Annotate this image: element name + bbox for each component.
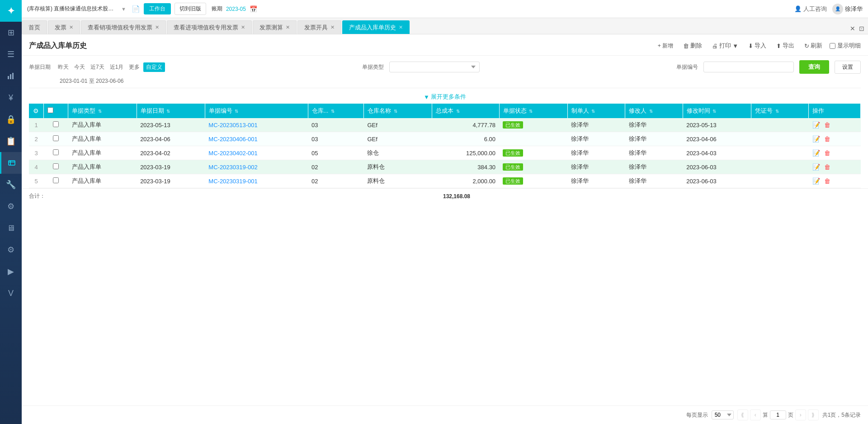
workbench-button[interactable]: 工作台 [144, 3, 171, 14]
query-button[interactable]: 查询 [799, 60, 829, 74]
last-page-btn[interactable]: ⟫ [808, 410, 819, 420]
sidebar-item-config[interactable]: ⚙ [0, 239, 22, 261]
page-input[interactable] [770, 410, 786, 419]
th-voucher[interactable]: 凭证号 ⇅ [751, 104, 808, 118]
tab-product-receipt-history[interactable]: 产成品入库单历史 ✕ [342, 20, 410, 34]
tab-invoice-calc-close[interactable]: ✕ [286, 24, 290, 30]
tab-query-purchase-special[interactable]: 查看进项增值税专用发票 ✕ [167, 20, 252, 34]
page-actions: + 新增 🗑 删除 🖨 打印 ▼ ⬇ 导入 ⬆ 导出 [655, 40, 861, 52]
sidebar-item-inventory[interactable] [0, 152, 22, 174]
row-delete-icon[interactable]: 🗑 [824, 177, 830, 185]
service-button[interactable]: 👤 人工咨询 [794, 5, 827, 13]
th-modify-time[interactable]: 修改时间 ⇅ [683, 104, 751, 118]
row-type: 产品入库单 [68, 174, 137, 188]
tabbar: 首页 发票 ✕ 查看销项增值税专用发票 ✕ 查看进项增值税专用发票 ✕ 发票测算… [22, 18, 868, 34]
show-detail-checkbox[interactable] [830, 43, 835, 49]
th-modifier[interactable]: 修改人 ⇅ [625, 104, 683, 118]
row-checkbox[interactable] [53, 149, 59, 155]
row-edit-icon[interactable]: 📝 [812, 149, 820, 157]
row-number-link[interactable]: MC-20230513-001 [208, 122, 257, 129]
row-edit-icon[interactable]: 📝 [812, 177, 820, 185]
tab-invoice-calc[interactable]: 发票测算 ✕ [253, 20, 297, 34]
sidebar-item-finance[interactable]: ¥ [0, 87, 22, 109]
shortcut-7days[interactable]: 近7天 [89, 62, 106, 72]
export-button[interactable]: ⬆ 导出 [774, 40, 797, 52]
print-button[interactable]: 🖨 打印 ▼ [709, 40, 741, 52]
th-warehouse-name[interactable]: 仓库名称 ⇅ [363, 104, 432, 118]
sidebar-item-dashboard[interactable]: ⊞ [0, 22, 22, 43]
table-wrap: ⚙ 单据类型 ⇅ 单据日期 ⇅ 单据编号 ⇅ 仓库... ⇅ 仓库名称 ⇅ 总成… [22, 104, 868, 188]
tab-invoice-open-close[interactable]: ✕ [330, 24, 335, 30]
sidebar-item-tools[interactable]: 🔧 [0, 174, 22, 195]
row-number-link[interactable]: MC-20230406-001 [208, 136, 257, 143]
row-checkbox[interactable] [53, 121, 59, 127]
status-badge: 已生效 [503, 121, 523, 129]
sidebar-item-play[interactable]: ▶ [0, 261, 22, 282]
tab-invoice[interactable]: 发票 ✕ [48, 20, 80, 34]
tab-product-receipt-close[interactable]: ✕ [399, 24, 403, 30]
first-page-btn[interactable]: ⟪ [737, 410, 748, 420]
page-size-select[interactable]: 20 50 100 [712, 410, 734, 419]
th-creator[interactable]: 制单人 ⇅ [567, 104, 625, 118]
th-number[interactable]: 单据编号 ⇅ [205, 104, 308, 118]
sidebar-item-version[interactable]: V [0, 282, 22, 304]
shortcut-today[interactable]: 今天 [72, 62, 87, 72]
th-status[interactable]: 单据状态 ⇅ [499, 104, 567, 118]
shortcut-yesterday[interactable]: 昨天 [56, 62, 71, 72]
shortcut-1month[interactable]: 近1月 [108, 62, 126, 72]
back-old-button[interactable]: 切到旧版 [175, 3, 206, 15]
row-number-link[interactable]: MC-20230319-001 [208, 178, 257, 185]
row-edit-icon[interactable]: 📝 [812, 121, 820, 129]
sidebar-item-security[interactable]: 🔒 [0, 109, 22, 130]
expand-button[interactable]: ▼ 展开更多条件 [424, 93, 466, 101]
new-button[interactable]: + 新增 [655, 40, 676, 52]
th-type[interactable]: 单据类型 ⇅ [68, 104, 137, 118]
row-edit-icon[interactable]: 📝 [812, 135, 820, 143]
row-delete-icon[interactable]: 🗑 [824, 135, 830, 143]
tab-invoice-close[interactable]: ✕ [69, 24, 73, 30]
tab-maximize-btn[interactable]: ⊡ [859, 25, 864, 32]
sidebar-item-reports[interactable]: 📋 [0, 130, 22, 152]
sidebar-item-analytics[interactable] [0, 65, 22, 87]
select-all-checkbox[interactable] [47, 107, 53, 113]
th-total-cost[interactable]: 总成本 ⇅ [432, 104, 499, 118]
show-detail-label: 显示明细 [830, 42, 861, 50]
column-settings-icon[interactable]: ⚙ [33, 107, 39, 114]
shortcut-custom[interactable]: 自定义 [143, 62, 165, 72]
th-warehouse-code[interactable]: 仓库... ⇅ [308, 104, 363, 118]
row-checkbox[interactable] [53, 177, 59, 183]
tab-home[interactable]: 首页 [22, 20, 47, 34]
row-number-link[interactable]: MC-20230402-001 [208, 150, 257, 157]
calendar-icon[interactable]: 📅 [250, 5, 257, 13]
tab-query-sales-special[interactable]: 查看销项增值税专用发票 ✕ [81, 20, 166, 34]
shortcut-more[interactable]: 更多 [127, 62, 142, 72]
import-button[interactable]: ⬇ 导入 [745, 40, 769, 52]
settings-button[interactable]: 设置 [835, 61, 861, 74]
row-delete-icon[interactable]: 🗑 [824, 149, 830, 157]
row-delete-icon[interactable]: 🗑 [824, 163, 830, 171]
number-input[interactable] [703, 62, 794, 72]
refresh-label: 刷新 [811, 42, 822, 50]
tab-home-label: 首页 [28, 24, 40, 32]
tabbar-right: ✕ ⊡ [850, 25, 868, 34]
tab-query-purchase-close[interactable]: ✕ [241, 24, 245, 30]
type-select[interactable]: 产品入库单 [389, 62, 480, 72]
refresh-button[interactable]: ↻ 刷新 [802, 40, 825, 52]
tab-close-btn[interactable]: ✕ [850, 25, 855, 32]
sidebar-item-settings[interactable]: ⚙ [0, 195, 22, 217]
tab-query-sales-close[interactable]: ✕ [155, 24, 159, 30]
row-voucher [751, 118, 808, 132]
row-delete-icon[interactable]: 🗑 [824, 121, 830, 129]
prev-page-btn[interactable]: ‹ [750, 410, 761, 420]
row-checkbox[interactable] [53, 163, 59, 169]
delete-button[interactable]: 🗑 删除 [680, 40, 705, 52]
row-checkbox[interactable] [53, 135, 59, 141]
sidebar-item-menu[interactable]: ☰ [0, 43, 22, 65]
sidebar-item-monitor[interactable]: 🖥 [0, 217, 22, 239]
row-number-link[interactable]: MC-20230319-002 [208, 164, 257, 171]
next-page-btn[interactable]: › [795, 410, 806, 420]
row-edit-icon[interactable]: 📝 [812, 163, 820, 171]
user-menu[interactable]: 👤 徐泽华 [832, 4, 863, 14]
th-date[interactable]: 单据日期 ⇅ [137, 104, 205, 118]
tab-invoice-open[interactable]: 发票开具 ✕ [297, 20, 341, 34]
